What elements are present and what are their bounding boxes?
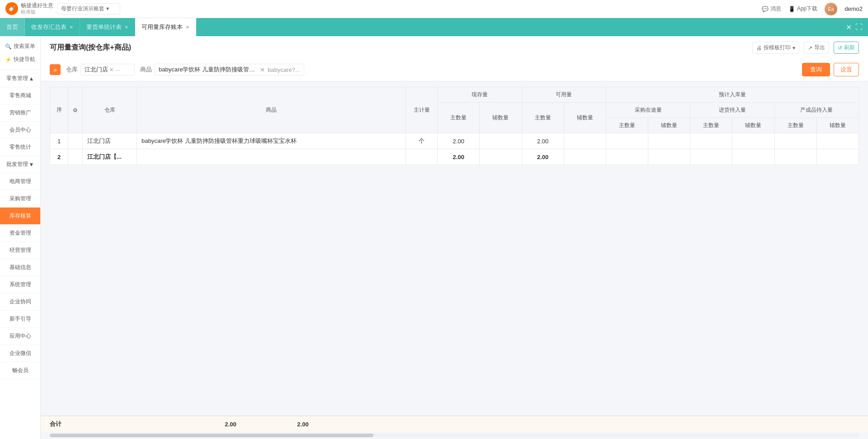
- row1-current-aux: [480, 133, 522, 149]
- tab-fullscreen-btn[interactable]: ⛶: [855, 23, 863, 31]
- warehouse-more-btn[interactable]: ···: [115, 66, 120, 73]
- sidebar-item-inventory[interactable]: 库存核算: [0, 208, 40, 225]
- sidebar-item-stats[interactable]: 零售统计: [0, 139, 40, 156]
- warehouse-tag: 江北门店 ✕: [85, 66, 113, 74]
- logo-area: 🍼 畅捷通好生意 标准版: [5, 2, 53, 15]
- compass-icon: ⚡: [5, 57, 12, 63]
- product-input[interactable]: babycare学饮杯 儿童防摔防撞吸管杯重力球吸嘴杯宝宝水杯 ✕ babyca…: [155, 64, 304, 76]
- row1-settings[interactable]: [68, 133, 83, 149]
- row2-warehouse: 江北门店【...: [83, 149, 137, 165]
- sidebar-item-shop[interactable]: 零售商城: [0, 87, 40, 104]
- sidebar-item-purchase[interactable]: 采购管理: [0, 190, 40, 208]
- sidebar-item-basic-label: 基础信息: [9, 264, 31, 271]
- settings-btn[interactable]: 设置: [834, 63, 859, 76]
- row1-avail-aux: [564, 133, 606, 149]
- export-btn[interactable]: ↗ 导出: [804, 42, 829, 54]
- industry-label: 母婴行业演示账套: [61, 5, 104, 13]
- table-section: 序 ⚙ 仓库 商品 主计量 现存量 可用量 预计入库量 主数量 辅数量: [41, 81, 868, 415]
- row2-no: 2: [50, 149, 68, 165]
- logo-text: 畅捷通好生意: [21, 2, 53, 9]
- username[interactable]: demo2: [844, 5, 863, 12]
- sidebar-item-marketing[interactable]: 营销推广: [0, 104, 40, 122]
- row2-settings[interactable]: [68, 149, 83, 165]
- row2-product: [137, 149, 406, 165]
- sidebar-item-members[interactable]: 会员中心: [0, 122, 40, 139]
- tab-receipts[interactable]: 收发存汇总表 ✕: [25, 18, 80, 36]
- sidebar-item-newbie-label: 新手引导: [9, 315, 31, 323]
- th-unit: 主计量: [406, 87, 438, 133]
- row2-production-main: [774, 149, 816, 165]
- chevron-down-icon-2: ▾: [793, 45, 795, 51]
- th-settings[interactable]: ⚙: [68, 87, 83, 133]
- row2-unit: [406, 149, 438, 165]
- tab-orders-close[interactable]: ✕: [124, 24, 128, 30]
- scrollbar-thumb[interactable]: [50, 434, 373, 437]
- sidebar-item-stats-label: 零售统计: [9, 143, 31, 151]
- row1-no: 1: [50, 133, 68, 149]
- th-current-aux: 辅数量: [480, 103, 522, 133]
- sidebar-item-appstore[interactable]: 应用中心: [0, 328, 40, 345]
- app-label: App下载: [797, 5, 817, 13]
- row2-current-aux: [480, 149, 522, 165]
- tab-available-close[interactable]: ✕: [185, 24, 189, 30]
- th-current-main: 主数量: [438, 103, 480, 133]
- horizontal-scrollbar[interactable]: [50, 434, 859, 437]
- industry-select[interactable]: 母婴行业演示账套 ▾: [57, 3, 120, 14]
- sidebar-item-appstore-label: 应用中心: [9, 332, 31, 340]
- warehouse-tag-remove[interactable]: ✕: [109, 67, 113, 73]
- sidebar-nav-btn[interactable]: ⚡ 快捷导航: [0, 53, 40, 66]
- page-actions: 🖨 按模板打印 ▾ ↗ 导出 ↺ 刷新: [752, 42, 859, 54]
- sidebar-item-newbie[interactable]: 新手引导: [0, 311, 40, 328]
- row1-production-aux: [816, 133, 859, 149]
- print-icon: 🖨: [756, 45, 762, 51]
- sidebar-search-btn[interactable]: 🔍 搜索菜单: [0, 40, 40, 53]
- th-production-pending: 产成品待入量: [774, 103, 859, 118]
- sidebar-item-vip[interactable]: 畅会员: [0, 362, 40, 379]
- row2-production-aux: [816, 149, 859, 165]
- app-download-btn[interactable]: 📱 App下载: [788, 5, 817, 13]
- warehouse-label: 仓库: [66, 66, 78, 74]
- tab-home[interactable]: 首页: [0, 18, 25, 36]
- warehouse-input[interactable]: 江北门店 ✕ ···: [80, 64, 135, 76]
- tab-receipts-close[interactable]: ✕: [69, 24, 73, 30]
- refresh-btn[interactable]: ↺ 刷新: [834, 42, 859, 54]
- sidebar-item-basic[interactable]: 基础信息: [0, 259, 40, 276]
- row1-purchase-aux: [648, 133, 690, 149]
- tab-close-all-btn[interactable]: ✕: [846, 23, 852, 32]
- tab-orders[interactable]: 要货单统计表 ✕: [80, 18, 135, 36]
- tab-orders-label: 要货单统计表: [86, 23, 122, 31]
- content-area: 可用量查询(按仓库+商品) 🖨 按模板打印 ▾ ↗ 导出 ↺ 刷新: [41, 36, 868, 439]
- query-btn[interactable]: 查询: [802, 63, 830, 76]
- page-header: 可用量查询(按仓库+商品) 🖨 按模板打印 ▾ ↗ 导出 ↺ 刷新: [41, 36, 868, 81]
- export-label: 导出: [814, 44, 825, 52]
- row1-product: babycare学饮杯 儿童防摔防撞吸管杯重力球吸嘴杯宝宝水杯: [137, 133, 406, 149]
- product-tag-remove[interactable]: ✕: [260, 66, 265, 73]
- filter-expand-btn[interactable]: »: [50, 64, 61, 75]
- sidebar-item-ecommerce[interactable]: 电商管理: [0, 173, 40, 190]
- sidebar-item-zero-sales[interactable]: 零售管理 ▲: [0, 70, 40, 87]
- tab-receipts-label: 收发存汇总表: [31, 23, 66, 31]
- data-table: 序 ⚙ 仓库 商品 主计量 现存量 可用量 预计入库量 主数量 辅数量: [50, 87, 859, 165]
- logo-icon: 🍼: [5, 2, 18, 15]
- sidebar-item-operation-label: 经营管理: [9, 246, 31, 254]
- sidebar-item-wholesale[interactable]: 批发管理 ▼: [0, 156, 40, 173]
- th-no: 序: [50, 87, 68, 133]
- msg-label: 消息: [770, 5, 781, 13]
- avatar[interactable]: Ea: [825, 3, 837, 15]
- sidebar-item-bizwechat[interactable]: 企业微信: [0, 345, 40, 362]
- row1-inbound-aux: [732, 133, 774, 149]
- print-btn[interactable]: 🖨 按模板打印 ▾: [752, 42, 799, 54]
- total-current-main: 2.00: [212, 421, 249, 428]
- th-inbound-aux: 辅数量: [732, 118, 774, 133]
- tab-available[interactable]: 可用量库存账本 ✕: [135, 18, 196, 36]
- sidebar-item-inventory-label: 库存核算: [9, 212, 31, 220]
- sidebar-item-finance[interactable]: 资金管理: [0, 225, 40, 242]
- sidebar-item-enterprise[interactable]: 企业协同: [0, 293, 40, 311]
- msg-btn[interactable]: 💬 消息: [762, 5, 781, 13]
- sidebar-item-system[interactable]: 系统管理: [0, 276, 40, 293]
- sidebar-item-zero-sales-label: 零售管理: [6, 75, 28, 82]
- sidebar-search-label: 搜索菜单: [14, 42, 35, 50]
- sidebar-item-operation[interactable]: 经营管理: [0, 242, 40, 259]
- row1-unit: 个: [406, 133, 438, 149]
- top-bar-right: 💬 消息 📱 App下载 Ea demo2: [762, 3, 863, 15]
